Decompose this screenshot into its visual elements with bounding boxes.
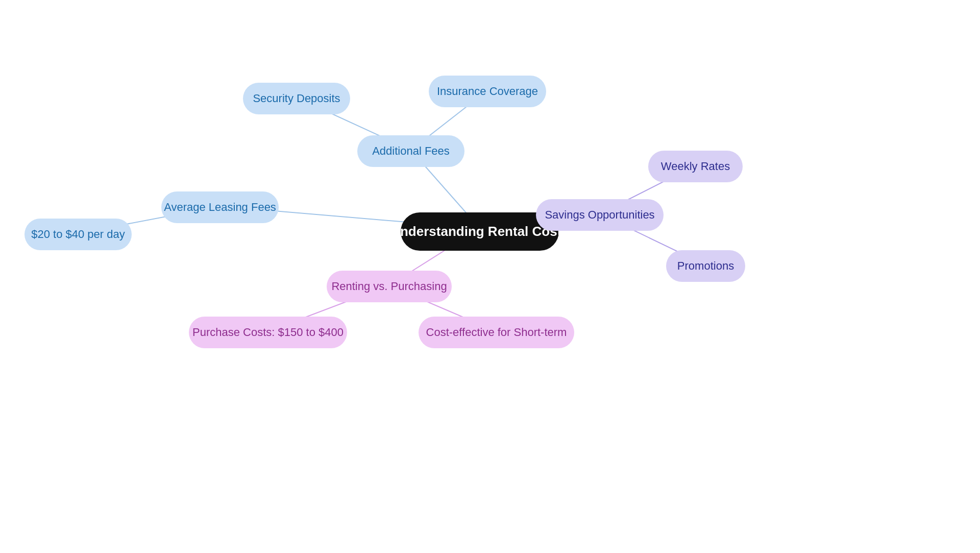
node-price_per_day[interactable]: $20 to $40 per day [24,219,132,250]
node-additional_fees[interactable]: Additional Fees [357,135,464,167]
node-insurance_coverage[interactable]: Insurance Coverage [429,76,546,107]
node-renting_vs_purchasing[interactable]: Renting vs. Purchasing [327,271,452,302]
node-purchase_costs[interactable]: Purchase Costs: $150 to $400 [189,317,347,348]
node-promotions[interactable]: Promotions [666,250,745,282]
node-center[interactable]: Understanding Rental Costs [401,212,559,251]
node-savings_opportunities[interactable]: Savings Opportunities [536,199,664,231]
node-security_deposits[interactable]: Security Deposits [243,83,350,114]
node-cost_effective[interactable]: Cost-effective for Short-term [419,317,574,348]
node-weekly_rates[interactable]: Weekly Rates [648,151,743,182]
node-average_leasing_fees[interactable]: Average Leasing Fees [161,191,279,223]
mind-map-container: Understanding Rental CostsAdditional Fee… [0,0,980,553]
